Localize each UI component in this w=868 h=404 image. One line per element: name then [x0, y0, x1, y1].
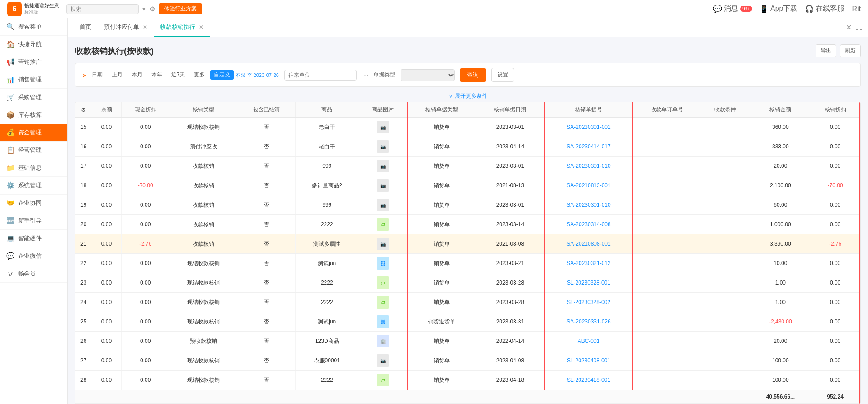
- cancel-bill-no-link[interactable]: SA-20210813-001: [566, 182, 610, 189]
- sidebar-item-member[interactable]: V畅会员: [0, 265, 67, 283]
- sidebar-item-enterprise[interactable]: 🤝企业协同: [0, 195, 67, 212]
- query-btn[interactable]: 查询: [460, 68, 486, 82]
- cell-balance: 0.00: [92, 351, 121, 371]
- cell-receipt-terms: [701, 137, 750, 157]
- cancel-bill-no-link[interactable]: SA-20230301-001: [566, 124, 610, 130]
- cell-cancel-bill-type: 销货单: [408, 215, 476, 234]
- cell-cash-discount: 0.00: [121, 254, 170, 273]
- online-service-btn[interactable]: 🎧 在线客服: [805, 4, 844, 14]
- cancel-bill-no-link[interactable]: SL-20230418-001: [567, 377, 610, 383]
- cancel-bill-no-link[interactable]: SL-20230328-001: [567, 280, 610, 286]
- date-opt-more[interactable]: 更多: [190, 70, 208, 80]
- tab-close-receipt[interactable]: ✕: [199, 24, 203, 30]
- sidebar-item-marketing[interactable]: 📢营销推广: [0, 53, 67, 71]
- col-cancel-discount: 核销折扣: [811, 102, 860, 118]
- cell-cancel-discount: 0.00: [811, 118, 860, 137]
- sidebar-item-system[interactable]: ⚙️系统管理: [0, 177, 67, 195]
- sidebar-item-operations[interactable]: 📋经营管理: [0, 142, 67, 159]
- close-tab-icon[interactable]: ✕: [846, 23, 852, 32]
- sidebar-label-newbie: 新手引导: [18, 217, 42, 225]
- sidebar-label-marketing: 营销推广: [18, 58, 42, 66]
- filter-settings-btn[interactable]: 设置: [491, 68, 514, 82]
- cell-cancel-amount: -2,430.00: [750, 312, 811, 332]
- date-range-text: 不限 至 2023-07-26: [236, 72, 278, 79]
- sidebar-item-sales[interactable]: 📊销售管理: [0, 71, 67, 89]
- cell-cancel-discount: 0.00: [811, 312, 860, 332]
- counterparty-expand-icon[interactable]: ···: [362, 71, 368, 79]
- cell-cancel-bill-no: ABC-001: [544, 332, 633, 351]
- cancel-bill-no-link[interactable]: SA-20230301-010: [566, 202, 610, 208]
- sidebar-item-basic[interactable]: 📁基础信息: [0, 159, 67, 177]
- cancel-bill-no-link[interactable]: SA-20230321-012: [566, 260, 610, 266]
- tab-prepay[interactable]: 预付冲应付单✕: [98, 18, 154, 37]
- counterparty-input[interactable]: [284, 70, 357, 81]
- receipt-type-select[interactable]: [401, 69, 455, 81]
- cell-no: 15: [75, 118, 92, 137]
- table-row: 21 0.00 -2.76 收款核销 否 测试多属性 📷 销货单 2021-08…: [75, 234, 860, 254]
- date-opt-this-month[interactable]: 本月: [128, 70, 146, 80]
- sidebar-item-quicknav[interactable]: 🏠快捷导航: [0, 36, 67, 53]
- sidebar-item-search[interactable]: 🔍搜索菜单: [0, 18, 67, 36]
- date-opt-last-month[interactable]: 上月: [108, 70, 126, 80]
- cell-cancel-amount: 10.00: [750, 254, 811, 273]
- cell-cancel-bill-no: SA-20230301-010: [544, 195, 633, 215]
- sidebar-item-smart[interactable]: 💻智能硬件: [0, 230, 67, 247]
- tab-receipt[interactable]: 收款核销执行✕: [154, 18, 210, 37]
- message-btn[interactable]: 💬 消息 99+: [713, 4, 752, 14]
- cell-cancel-bill-date: 2023-03-01: [476, 118, 544, 137]
- cell-cancel-amount: 333.00: [750, 137, 811, 157]
- sidebar-item-inventory[interactable]: 📦库存核算: [0, 106, 67, 124]
- cell-cancel-bill-no: SA-20230331-026: [544, 312, 633, 332]
- cancel-bill-no-link[interactable]: ABC-001: [578, 338, 600, 344]
- cell-cancel-bill-date: 2023-04-08: [476, 351, 544, 371]
- user-info[interactable]: Rit: [852, 5, 861, 13]
- tab-home[interactable]: 首页: [73, 18, 98, 37]
- sidebar-item-newbie[interactable]: 🆕新手引导: [0, 212, 67, 230]
- cell-include-settled: 否: [237, 118, 295, 137]
- goods-thumb-icon: 📷: [380, 183, 386, 188]
- search-input[interactable]: [66, 4, 139, 14]
- cancel-bill-no-link[interactable]: SA-20230414-017: [566, 143, 610, 150]
- cell-cash-discount: -70.00: [121, 176, 170, 195]
- cell-balance: 0.00: [92, 195, 121, 215]
- filter-toggle-icon[interactable]: »: [83, 71, 86, 79]
- cancel-bill-no-link[interactable]: SA-20230301-010: [566, 163, 610, 169]
- cancel-bill-no-link[interactable]: SA-20230314-008: [566, 221, 610, 228]
- cancel-bill-no-link[interactable]: SA-20230331-026: [566, 318, 610, 325]
- date-opt-this-year[interactable]: 本年: [148, 70, 166, 80]
- cell-include-settled: 否: [237, 273, 295, 293]
- cell-include-settled: 否: [237, 157, 295, 176]
- export-btn[interactable]: 导出: [816, 44, 836, 57]
- cancel-bill-no-link[interactable]: SA-20210808-001: [566, 241, 610, 247]
- cell-cancel-amount: 2,100.00: [750, 176, 811, 195]
- sidebar-item-purchase[interactable]: 🛒采购管理: [0, 89, 67, 106]
- sidebar-icon-quicknav: 🏠: [6, 40, 14, 48]
- cell-include-settled: 否: [237, 176, 295, 195]
- settings-gear-icon[interactable]: ⚙: [149, 5, 155, 13]
- table-row: 23 0.00 0.00 现结收款核销 否 2222 🏷 销货单 2023-03…: [75, 273, 860, 293]
- cell-goods-img: 📷: [359, 234, 407, 254]
- expand-more-conditions[interactable]: ∨ 展开更多条件: [75, 90, 861, 102]
- cell-cancel-bill-date: 2023-03-01: [476, 195, 544, 215]
- cancel-bill-no-link[interactable]: SL-20230328-002: [567, 299, 610, 305]
- trial-btn[interactable]: 体验行业方案: [159, 3, 202, 14]
- cell-receipt-terms: [701, 312, 750, 332]
- col-receipt-order-no: 收款单订单号: [633, 102, 701, 118]
- cancel-bill-no-link[interactable]: SL-20230408-001: [567, 357, 610, 364]
- sidebar-icon-smart: 💻: [6, 234, 14, 242]
- cell-no: 24: [75, 293, 92, 312]
- cell-cancel-bill-no: SL-20230328-001: [544, 273, 633, 293]
- expand-tab-icon[interactable]: ⛶: [855, 23, 863, 32]
- refresh-btn[interactable]: 刷新: [840, 44, 861, 57]
- sidebar-icon-member: V: [6, 270, 14, 278]
- app-download-btn[interactable]: 📱 App下载: [760, 4, 797, 14]
- col-settings[interactable]: ⚙: [75, 102, 92, 118]
- sidebar-item-finance[interactable]: 💰资金管理: [0, 124, 67, 142]
- cell-cash-discount: 0.00: [121, 351, 170, 371]
- cell-goods-img: 🏷: [359, 273, 407, 293]
- sidebar-item-wechat[interactable]: 💬企业微信: [0, 247, 67, 265]
- cell-receipt-order-no: [633, 332, 701, 351]
- date-opt-custom[interactable]: 自定义: [210, 70, 234, 80]
- tab-close-prepay[interactable]: ✕: [143, 24, 147, 30]
- date-opt-7days[interactable]: 近7天: [168, 70, 189, 80]
